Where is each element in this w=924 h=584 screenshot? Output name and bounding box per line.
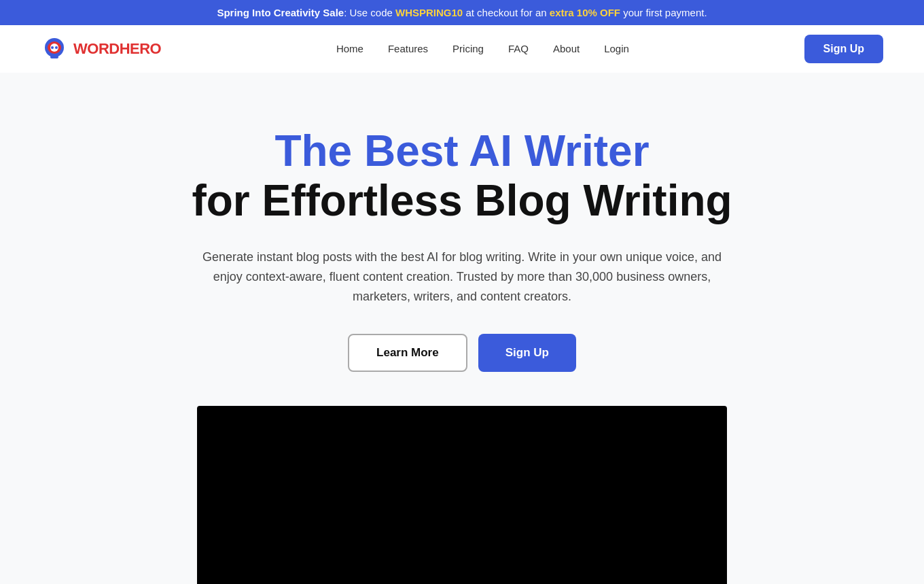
logo[interactable]: WORDHERO bbox=[41, 35, 161, 63]
svg-point-5 bbox=[55, 46, 58, 49]
svg-rect-3 bbox=[50, 56, 58, 58]
banner-discount: extra 10% OFF bbox=[550, 7, 620, 18]
hero-title-black: for Effortless Blog Writing bbox=[14, 175, 910, 227]
banner-suffix2: your first payment. bbox=[620, 7, 707, 18]
hero-signup-button[interactable]: Sign Up bbox=[478, 334, 576, 372]
logo-icon bbox=[41, 35, 68, 63]
nav-pricing[interactable]: Pricing bbox=[452, 43, 484, 54]
nav-about[interactable]: About bbox=[553, 43, 580, 54]
learn-more-button[interactable]: Learn More bbox=[348, 334, 467, 372]
nav-faq[interactable]: FAQ bbox=[508, 43, 529, 54]
banner-middle: : Use code bbox=[344, 7, 395, 18]
nav-signup-button[interactable]: Sign Up bbox=[804, 35, 883, 63]
video-container bbox=[197, 406, 727, 584]
promo-banner: Spring Into Creativity Sale: Use code WH… bbox=[0, 0, 924, 25]
navbar: WORDHERO Home Features Pricing FAQ About… bbox=[0, 25, 924, 73]
nav-links: Home Features Pricing FAQ About Login bbox=[336, 43, 629, 55]
hero-title-blue: The Best AI Writer bbox=[14, 127, 910, 175]
logo-text: WORDHERO bbox=[73, 40, 161, 58]
hero-section: The Best AI Writer for Effortless Blog W… bbox=[0, 73, 924, 584]
video-placeholder bbox=[197, 406, 727, 584]
svg-point-4 bbox=[51, 46, 54, 49]
nav-login[interactable]: Login bbox=[604, 43, 629, 54]
hero-subtitle: Generate instant blog posts with the bes… bbox=[197, 247, 727, 306]
banner-code: WHSPRING10 bbox=[395, 7, 463, 18]
banner-sale-text: Spring Into Creativity Sale bbox=[217, 7, 344, 18]
banner-suffix1: at checkout for an bbox=[463, 7, 550, 18]
nav-features[interactable]: Features bbox=[388, 43, 428, 54]
hero-buttons: Learn More Sign Up bbox=[14, 334, 910, 372]
nav-home[interactable]: Home bbox=[336, 43, 363, 54]
